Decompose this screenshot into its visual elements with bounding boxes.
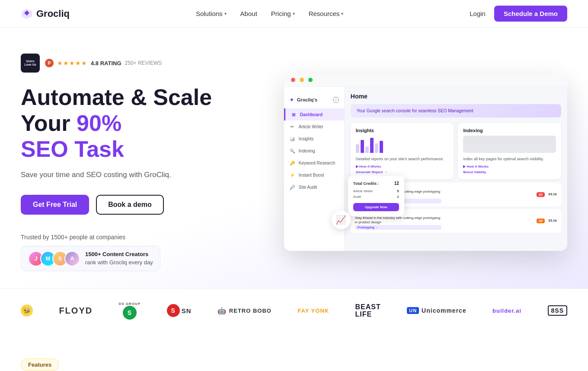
product-hunt-icon: P xyxy=(45,59,54,67)
generate-report-btn[interactable]: Generate Report → xyxy=(356,170,449,174)
mockup-star-icon: ✦ xyxy=(289,96,294,103)
hero-right: ✦ Grocliq's ? ⊞ Dashboard ✏ Article Writ… xyxy=(267,73,567,251)
logo-builder-ai: builder.ai xyxy=(492,308,521,314)
mockup-main: Home Your Google search console for seam… xyxy=(345,87,567,251)
indexing-how-it-works-btn[interactable]: ▶ How it Works xyxy=(463,165,556,168)
nav-links: Solutions ▾ About Pricing ▾ Resources ▾ xyxy=(196,10,343,17)
get-free-trial-button[interactable]: Get Free Trial xyxy=(21,195,89,215)
sidebar-item-site-audit[interactable]: 🔎 Site Audit xyxy=(284,181,344,193)
rating-value: 4.8 RATING xyxy=(91,60,121,67)
avatar-4: A xyxy=(64,251,80,266)
how-it-works-btn[interactable]: ▶ How it Works xyxy=(356,165,449,168)
logo-retro: 🤖 RETRO BOBO xyxy=(217,307,272,315)
logo-unicommerce: UN Unicommerce xyxy=(407,307,466,314)
logo-floyd: FLOYD xyxy=(59,306,93,316)
rating-row: P ★★★★★ 4.8 RATING 250+ REVIEWS xyxy=(45,59,162,67)
users-love-us-badge: Users Love Us xyxy=(21,54,40,73)
trusted-label: Trusted by 1500+ people at companies xyxy=(21,234,246,241)
play-icon-2: ▶ xyxy=(463,165,466,168)
reviews-count: 250+ REVIEWS xyxy=(125,60,162,66)
insights-icon: 📊 xyxy=(289,136,295,142)
logo-icon-1: 🐝 xyxy=(21,304,33,317)
hero-left: Users Love Us P ★★★★★ 4.8 RATING 250+ RE… xyxy=(21,54,246,271)
logo-item-1: 🐝 xyxy=(21,304,33,317)
article-writer-icon: ✏ xyxy=(289,124,295,130)
logo-beast-life: BEASTLIFE xyxy=(355,303,381,318)
title-line2: SEO Task xyxy=(21,136,124,162)
title-accent: 90% xyxy=(77,111,121,136)
dashboard-mockup: ✦ Grocliq's ? ⊞ Dashboard ✏ Article Writ… xyxy=(284,73,567,251)
mockup-home-title: Home xyxy=(351,93,561,100)
star-icons: ★★★★★ xyxy=(57,60,87,67)
logos-row: 🐝 FLOYD DS GROUP S S SN 🤖 RETRO BOBO FAY… xyxy=(21,302,567,320)
mockup-grid: Insights Detailed reports on your site's… xyxy=(351,123,561,179)
trusted-text: 1500+ Content Creators rank with Grocliq… xyxy=(85,251,153,266)
hero-subtitle: Save your time and SEO costing with GroC… xyxy=(21,171,246,179)
logo-bss: 8SS xyxy=(548,305,567,316)
hero-title: Automate & Scale Your 90% SEO Task xyxy=(21,85,246,162)
bar-4 xyxy=(370,138,374,153)
hero-section: Users Love Us P ★★★★★ 4.8 RATING 250+ RE… xyxy=(0,28,588,289)
nav-resources[interactable]: Resources ▾ xyxy=(309,10,344,17)
insights-card-text: Detailed reports on your site's search p… xyxy=(356,156,449,162)
logo-ds-group: DS GROUP S xyxy=(119,302,141,320)
mockup-banner: Your Google search console for seamless … xyxy=(351,104,561,117)
bar-chart-icon: 📈 xyxy=(336,215,346,225)
bar-2 xyxy=(361,140,364,153)
dot-red xyxy=(291,78,295,82)
keyword-research-icon: 🔑 xyxy=(289,160,295,166)
insights-card: Insights Detailed reports on your site's… xyxy=(351,123,454,179)
nav-pricing[interactable]: Pricing ▾ xyxy=(271,10,295,17)
sidebar-item-dashboard[interactable]: ⊞ Dashboard xyxy=(284,108,344,120)
features-badge: Features xyxy=(21,358,59,371)
sidebar-item-article-writer[interactable]: ✏ Article Writer xyxy=(284,120,344,133)
nav-solutions[interactable]: Solutions ▾ xyxy=(196,10,227,17)
dot-green xyxy=(308,78,313,82)
logo-text: Grocliq xyxy=(36,8,70,19)
mockup-logo-row: ✦ Grocliq's ? xyxy=(284,94,344,108)
bar-6 xyxy=(380,141,383,153)
navbar: Grocliq Solutions ▾ About Pricing ▾ Reso… xyxy=(0,0,588,28)
total-credits-card: Total Credits : 12 Article Writer 5 Audi… xyxy=(348,176,404,216)
hero-badge: Users Love Us P ★★★★★ 4.8 RATING 250+ RE… xyxy=(21,54,246,73)
dot-yellow xyxy=(300,78,304,82)
floating-analytics-icon: 📈 xyxy=(332,210,351,229)
trusted-section: Trusted by 1500+ people at companies J M… xyxy=(21,234,246,271)
nav-right: Login Schedule a Demo xyxy=(470,6,567,22)
indexing-card-text: Index all key pages for optimal search v… xyxy=(463,156,556,162)
indexing-card: Indexing Index all key pages for optimal… xyxy=(458,123,561,179)
features-section: Features Features that help you do SEO i… xyxy=(0,333,588,371)
insights-chart xyxy=(356,136,449,153)
book-demo-button[interactable]: Book a demo xyxy=(96,195,163,215)
chevron-down-icon-pricing: ▾ xyxy=(293,11,295,16)
boost-validity-btn[interactable]: Boost Validity xyxy=(463,170,556,174)
nav-about[interactable]: About xyxy=(240,10,257,17)
avatar-stack: J M S A xyxy=(28,251,80,266)
mockup-topbar xyxy=(284,73,567,87)
login-button[interactable]: Login xyxy=(470,10,486,17)
logo-sn: S SN xyxy=(167,304,192,317)
hero-buttons: Get Free Trial Book a demo xyxy=(21,195,246,215)
sidebar-item-instant-boost[interactable]: ⚡ Instant Boost xyxy=(284,169,344,181)
mockup-help-icon: ? xyxy=(333,97,339,103)
logo[interactable]: Grocliq xyxy=(21,8,70,20)
logos-section: 🐝 FLOYD DS GROUP S S SN 🤖 RETRO BOBO FAY… xyxy=(0,289,588,333)
sidebar-item-indexing[interactable]: 🔍 Indexing xyxy=(284,145,344,157)
mockup-body: ✦ Grocliq's ? ⊞ Dashboard ✏ Article Writ… xyxy=(284,87,567,251)
upgrade-now-button[interactable]: Upgrade Now xyxy=(353,203,399,211)
indexing-icon: 🔍 xyxy=(289,148,295,154)
trusted-avatars: J M S A 1500+ Content Creators rank with… xyxy=(21,246,160,271)
bar-3 xyxy=(365,146,369,153)
sidebar-item-keyword-research[interactable]: 🔑 Keyword Research xyxy=(284,157,344,169)
chevron-down-icon: ▾ xyxy=(224,11,227,16)
instant-boost-icon: ⚡ xyxy=(289,172,295,178)
mockup-logo-text: Grocliq's xyxy=(297,97,317,102)
bar-1 xyxy=(356,144,359,153)
chevron-down-icon-resources: ▾ xyxy=(341,11,343,16)
logo-fay-yonk: FAY YONK xyxy=(297,308,329,314)
site-audit-icon: 🔎 xyxy=(289,184,295,190)
sidebar-item-insights[interactable]: 📊 Insights xyxy=(284,133,344,145)
schedule-demo-button[interactable]: Schedule a Demo xyxy=(494,6,567,22)
bar-5 xyxy=(375,143,378,153)
play-icon: ▶ xyxy=(356,165,358,168)
